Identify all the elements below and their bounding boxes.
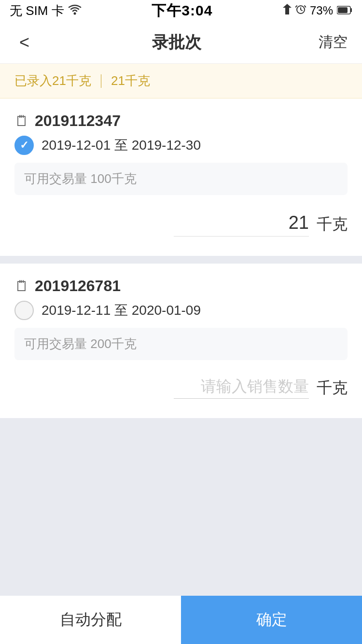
batch2-icon: 🗒 bbox=[14, 278, 29, 294]
batch2-available-text: 可用交易量 200千克 bbox=[24, 336, 137, 351]
section-divider-2 bbox=[0, 418, 362, 426]
svg-point-0 bbox=[73, 12, 76, 14]
gray-area bbox=[0, 426, 362, 624]
batch1-quantity-wrapper: 21 千克 bbox=[0, 203, 362, 246]
batch2-date: 2019-12-11 至 2020-01-09 bbox=[42, 301, 201, 320]
confirm-button[interactable]: 确定 bbox=[181, 596, 362, 644]
batch1-available: 可用交易量 100千克 bbox=[14, 163, 348, 195]
status-right: 73% bbox=[283, 4, 352, 17]
auto-distribute-button[interactable]: 自动分配 bbox=[0, 596, 181, 644]
status-bar: 无 SIM 卡 下午3:04 73% bbox=[0, 0, 362, 21]
clear-button[interactable]: 清空 bbox=[319, 32, 348, 52]
recorded-value: 21千克 bbox=[111, 72, 150, 89]
batch2-available: 可用交易量 200千克 bbox=[14, 328, 348, 360]
info-banner: 已录入21千克 21千克 bbox=[0, 64, 362, 98]
recorded-label: 已录入21千克 bbox=[14, 72, 91, 89]
batch1-available-text: 可用交易量 100千克 bbox=[24, 171, 137, 186]
svg-rect-4 bbox=[338, 7, 348, 13]
battery-text: 73% bbox=[310, 4, 333, 17]
batch1-unit: 千克 bbox=[317, 214, 348, 235]
batch1-qty-line: 21 千克 bbox=[174, 212, 348, 237]
batch2-unit: 千克 bbox=[317, 378, 348, 399]
wifi-icon bbox=[68, 3, 82, 18]
carrier-text: 无 SIM 卡 bbox=[10, 2, 64, 19]
section-divider bbox=[0, 256, 362, 264]
svg-rect-3 bbox=[350, 8, 352, 12]
batch-item-2: 🗒 2019126781 2019-12-11 至 2020-01-09 可用交… bbox=[0, 264, 362, 418]
batch-item-1: 🗒 2019112347 2019-12-01 至 2019-12-30 可用交… bbox=[0, 98, 362, 256]
batch2-id: 2019126781 bbox=[35, 277, 121, 295]
batch2-row[interactable]: 2019-12-11 至 2020-01-09 bbox=[14, 301, 348, 320]
batch1-radio[interactable] bbox=[14, 136, 34, 155]
battery-icon bbox=[337, 4, 352, 17]
banner-divider bbox=[101, 74, 101, 88]
batch1-id: 2019112347 bbox=[35, 112, 121, 130]
batch2-input-line[interactable]: 千克 bbox=[174, 378, 348, 399]
nav-bar: < 录批次 清空 bbox=[0, 21, 362, 64]
batch2-qty-input[interactable] bbox=[174, 378, 309, 399]
page-title: 录批次 bbox=[152, 31, 201, 54]
batch1-icon: 🗒 bbox=[14, 113, 29, 129]
batch1-qty-value: 21 bbox=[289, 212, 309, 233]
status-carrier: 无 SIM 卡 bbox=[10, 2, 82, 19]
batch2-header: 🗒 2019126781 bbox=[14, 277, 348, 295]
back-button[interactable]: < bbox=[14, 28, 34, 57]
location-icon bbox=[283, 4, 292, 17]
batch1-header: 🗒 2019112347 bbox=[14, 112, 348, 130]
batch1-row[interactable]: 2019-12-01 至 2019-12-30 bbox=[14, 136, 348, 155]
batch1-date: 2019-12-01 至 2019-12-30 bbox=[42, 136, 201, 154]
batch2-radio[interactable] bbox=[14, 301, 34, 320]
bottom-bar: 自动分配 确定 bbox=[0, 596, 362, 644]
batch2-quantity-wrapper[interactable]: 千克 bbox=[0, 368, 362, 408]
alarm-icon bbox=[295, 4, 306, 17]
status-time: 下午3:04 bbox=[152, 1, 212, 21]
